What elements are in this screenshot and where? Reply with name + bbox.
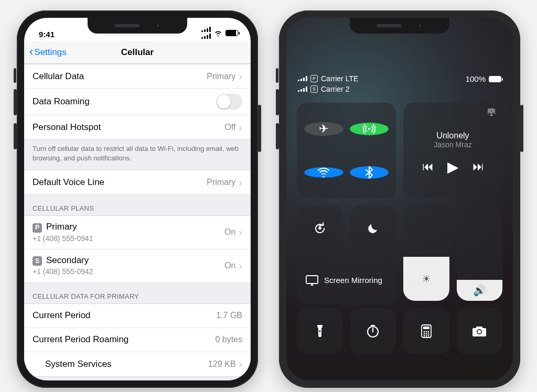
volume-down-button[interactable] <box>276 123 279 149</box>
volume-up-button[interactable] <box>14 89 17 115</box>
power-button[interactable] <box>520 105 523 152</box>
status-right <box>201 27 238 39</box>
row-plan-secondary[interactable]: SSecondary +1 (408) 555-0942 On › <box>24 249 251 282</box>
screen-mirroring-tile[interactable]: Screen Mirroring <box>297 257 396 304</box>
svg-point-14 <box>427 333 429 334</box>
battery-icon <box>225 30 238 36</box>
phone-left-frame: 9:41 ‹ Settings Cellular <box>17 10 258 388</box>
row-value: 1.7 GB <box>216 311 242 320</box>
forward-button[interactable]: ⏭ <box>472 160 484 173</box>
airplane-icon: ✈ <box>319 122 328 136</box>
row-plan-primary[interactable]: PPrimary +1 (408) 555-0941 On › <box>24 216 251 249</box>
plan-info: PPrimary +1 (408) 555-0941 <box>33 221 93 244</box>
mute-switch[interactable] <box>276 68 278 83</box>
cellular-footer-note: Turn off cellular data to restrict all d… <box>24 140 251 170</box>
row-value: 129 KB › <box>208 358 242 370</box>
plan-number: +1 (408) 555-0942 <box>33 267 93 276</box>
wifi-icon <box>317 167 330 178</box>
svg-point-19 <box>478 330 481 333</box>
row-label: System Services <box>33 359 112 369</box>
chevron-right-icon: › <box>239 358 242 370</box>
flashlight-tile[interactable] <box>297 308 343 354</box>
front-camera <box>417 23 423 28</box>
back-button[interactable]: ‹ Settings <box>29 47 67 58</box>
camera-tile[interactable] <box>457 308 503 354</box>
speaker-grille <box>114 24 139 27</box>
row-value: Primary › <box>207 70 242 82</box>
volume-slider[interactable]: 🔊 <box>457 205 503 301</box>
chevron-right-icon: › <box>239 226 242 238</box>
carrier-list: P Carrier LTE S Carrier 2 <box>298 74 358 93</box>
signal-dual-icon <box>201 27 211 39</box>
back-label: Settings <box>34 47 66 58</box>
volume-down-button[interactable] <box>14 123 17 149</box>
svg-point-0 <box>368 128 370 130</box>
cc-status-bar: P Carrier LTE S Carrier 2 100% <box>286 66 513 96</box>
volume-up-button[interactable] <box>276 89 279 115</box>
battery-icon <box>489 76 501 82</box>
group-data-usage: Current Period 1.7 GB Current Period Roa… <box>24 303 251 377</box>
airplay-icon[interactable] <box>487 108 496 116</box>
row-value: On › <box>224 226 242 238</box>
data-roaming-switch[interactable] <box>216 94 242 110</box>
row-data-roaming[interactable]: Data Roaming <box>24 89 251 115</box>
orientation-lock-tile[interactable] <box>297 205 343 252</box>
chevron-right-icon: › <box>239 260 242 272</box>
header-data-usage: CELLULAR DATA FOR PRIMARY <box>24 283 251 303</box>
cellular-toggle[interactable] <box>350 123 389 135</box>
calculator-icon <box>421 324 432 339</box>
battery-status: 100% <box>466 74 501 83</box>
row-personal-hotspot[interactable]: Personal Hotspot Off › <box>24 115 251 139</box>
rewind-button[interactable]: ⏮ <box>422 160 434 173</box>
carrier-text: Carrier LTE <box>321 74 358 83</box>
timer-tile[interactable] <box>350 308 396 354</box>
sim-badge-p: P <box>33 223 42 233</box>
battery-percent: 100% <box>466 74 486 83</box>
media-tile[interactable]: Unlonely Jason Mraz ⏮ ▶ ⏭ <box>403 103 502 198</box>
svg-point-9 <box>423 331 425 332</box>
row-cellular-data[interactable]: Cellular Data Primary › <box>24 64 251 89</box>
chevron-right-icon: › <box>239 70 242 82</box>
status-time: 9:41 <box>39 30 55 39</box>
svg-point-15 <box>423 335 425 336</box>
wifi-toggle[interactable] <box>304 167 343 178</box>
signal-icon <box>298 76 307 81</box>
sim-badge-s: S <box>310 85 318 93</box>
bluetooth-toggle[interactable] <box>350 166 389 179</box>
calculator-tile[interactable] <box>403 308 449 354</box>
mute-switch[interactable] <box>14 68 16 83</box>
brightness-icon: ☀ <box>422 273 431 285</box>
page-title: Cellular <box>121 47 154 58</box>
signal-icon <box>298 86 307 92</box>
svg-point-13 <box>425 333 427 334</box>
notch <box>350 18 449 34</box>
timer-icon <box>366 324 380 339</box>
header-cellular-plans: CELLULAR PLANS <box>24 195 251 215</box>
row-label: Default Voice Line <box>33 177 104 188</box>
brightness-slider[interactable]: ☀ <box>403 205 449 301</box>
svg-rect-5 <box>319 330 320 332</box>
bluetooth-icon <box>366 166 373 179</box>
svg-point-10 <box>425 331 427 332</box>
row-label: Current Period Roaming <box>33 334 128 345</box>
rotation-lock-icon <box>312 221 328 236</box>
moon-icon <box>367 222 379 235</box>
song-title: Unlonely <box>436 131 469 140</box>
chevron-right-icon: › <box>239 122 242 134</box>
media-controls: ⏮ ▶ ⏭ <box>422 158 484 176</box>
airplane-toggle[interactable]: ✈ <box>304 122 343 136</box>
song-artist: Jason Mraz <box>434 140 471 149</box>
phone-right-frame: P Carrier LTE S Carrier 2 100% ✈ <box>279 10 520 388</box>
power-button[interactable] <box>258 105 261 152</box>
play-button[interactable]: ▶ <box>447 158 459 176</box>
settings-list[interactable]: Cellular Data Primary › Data Roaming Per… <box>24 64 251 380</box>
group-voice: Default Voice Line Primary › <box>24 170 251 195</box>
row-system-services[interactable]: System Services 129 KB › <box>24 352 251 376</box>
row-current-period: Current Period 1.7 GB <box>24 304 251 328</box>
svg-point-16 <box>425 335 427 336</box>
do-not-disturb-tile[interactable] <box>350 205 396 252</box>
connectivity-tile[interactable]: ✈ <box>297 103 396 198</box>
row-default-voice[interactable]: Default Voice Line Primary › <box>24 170 251 194</box>
chevron-right-icon: › <box>239 177 242 189</box>
plan-info: SSecondary +1 (408) 555-0942 <box>33 255 93 277</box>
